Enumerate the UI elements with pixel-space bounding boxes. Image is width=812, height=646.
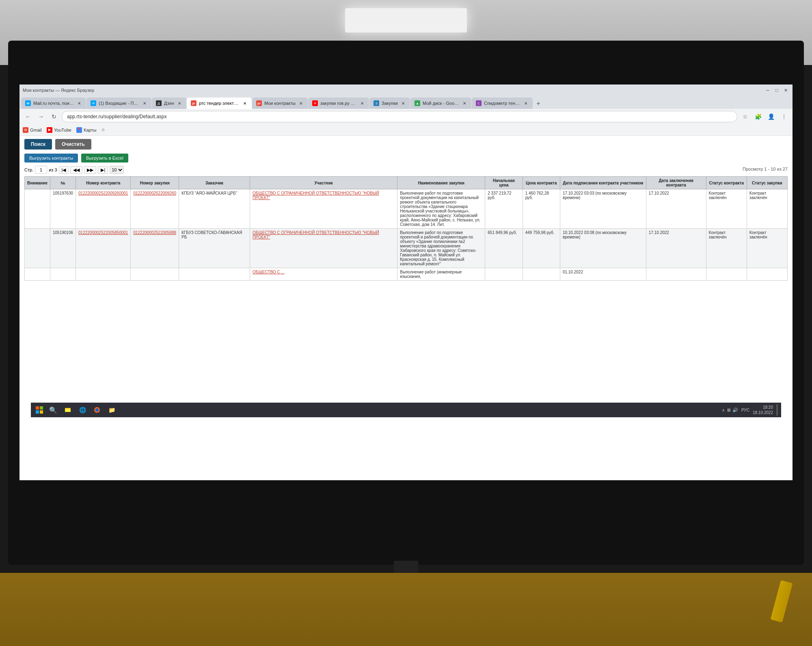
bookmark-maps[interactable]: 📍 Карты xyxy=(76,127,96,133)
taskbar-folder-button[interactable]: 📁 xyxy=(106,404,118,416)
cell-purchase-num-1[interactable]: 0122200002522009260 xyxy=(131,189,179,229)
cell-purchase-name-1: Выполнение работ по подготовке проектной… xyxy=(397,189,485,229)
tab-close-inbox[interactable]: ✕ xyxy=(142,100,147,106)
tab-goszakupki[interactable]: Я закупки гов.ру офиц... ✕ xyxy=(308,98,369,109)
start-button[interactable] xyxy=(34,405,45,415)
tab-favicon-zakupki: З xyxy=(374,100,379,106)
taskbar-files-button[interactable] xyxy=(62,404,74,416)
cell-participant-2[interactable]: ОБЩЕСТВО С ОГРАНИЧЕННОЙ ОТВЕТСТВЕННОСТЬЮ… xyxy=(250,229,397,268)
menu-button[interactable]: ⋮ xyxy=(779,111,789,122)
export-excel-button[interactable]: Выгрузить в Excel xyxy=(81,154,128,163)
tray-arrow[interactable]: ∧ xyxy=(722,408,725,412)
tab-close-speed[interactable]: ✕ xyxy=(523,100,529,106)
page-number-input[interactable] xyxy=(35,166,47,174)
tab-zakupki[interactable]: З Закупки ✕ xyxy=(369,98,410,109)
cell-contract-num-2[interactable]: 0122200002522005850001 xyxy=(76,229,131,268)
tab-speedometer[interactable]: С Спидометр тендерм... ✕ xyxy=(472,98,533,109)
close-button[interactable]: ✕ xyxy=(782,87,789,94)
new-tab-button[interactable]: + xyxy=(533,98,544,109)
cell-participant-1[interactable]: ОБЩЕСТВО С ОГРАНИЧЕННОЙ ОТВЕТСТВЕННОСТЬЮ… xyxy=(250,189,397,229)
tab-favicon-inbox: ✉ xyxy=(91,100,96,106)
tab-close-dzen[interactable]: ✕ xyxy=(177,100,182,106)
per-page-select[interactable]: 10 25 50 xyxy=(110,166,124,174)
tab-label-rts: ртс тендер электрон... xyxy=(199,101,240,106)
taskbar-chrome-button[interactable]: 🌐 xyxy=(76,404,89,416)
cell-contract-status-2: Контракт заключён xyxy=(706,229,747,268)
tab-label-mail: Mail.ru почта, поиск ... xyxy=(33,101,74,106)
minimize-button[interactable]: ─ xyxy=(764,87,771,94)
cell-purchase-num-2[interactable]: 0122200002522005888 xyxy=(131,229,179,268)
tab-close-contracts[interactable]: ✕ xyxy=(298,100,304,106)
cell-contract-status-3 xyxy=(706,268,747,281)
tab-close-zakupki[interactable]: ✕ xyxy=(400,100,406,106)
purchase-num-link-2[interactable]: 0122200002522005888 xyxy=(133,230,176,235)
search-actions: Поиск Очистить xyxy=(24,139,788,150)
search-button[interactable]: Поиск xyxy=(24,139,52,150)
export-contracts-button[interactable]: Выгрузить контракты xyxy=(24,154,78,163)
back-button[interactable]: ← xyxy=(23,111,33,122)
participant-link-1[interactable]: ОБЩЕСТВО С ОГРАНИЧЕННОЙ ОТВЕТСТВЕННОСТЬЮ… xyxy=(253,191,379,200)
taskbar-firefox-button[interactable] xyxy=(91,404,103,416)
show-desktop-button[interactable] xyxy=(776,404,778,416)
cell-purchase-status-3 xyxy=(747,268,787,281)
tab-close-drive[interactable]: ✕ xyxy=(462,100,467,106)
bookmark-gmail[interactable]: G Gmail xyxy=(23,127,42,133)
clear-button[interactable]: Очистить xyxy=(55,139,91,150)
taskbar-right: ∧ 🖥 🔊 РУС 18:20 18.10.2022 xyxy=(722,404,778,416)
cell-participant-3[interactable]: ОБЩЕСТВО С ... xyxy=(250,268,397,281)
bookmark-label-maps: Карты xyxy=(84,128,96,132)
bookmark-youtube[interactable]: ▶ YouTube xyxy=(47,127,71,133)
reload-button[interactable]: ↻ xyxy=(49,111,59,122)
clock-date: 18.10.2022 xyxy=(753,410,773,415)
next-page-button[interactable]: ▶▶ xyxy=(84,166,96,174)
browser-title-text: Мои контракты — Яндекс Браузер xyxy=(23,88,94,93)
svg-rect-3 xyxy=(40,410,43,414)
first-page-button[interactable]: |◀ xyxy=(59,166,69,174)
cell-contract-price-3 xyxy=(523,268,560,281)
last-page-button[interactable]: ▶| xyxy=(98,166,108,174)
tab-my-contracts[interactable]: рт Мои контракты ✕ xyxy=(252,98,308,109)
tray-volume[interactable]: 🔊 xyxy=(732,408,738,413)
cell-purchase-num-3 xyxy=(131,268,179,281)
bookmark-star[interactable]: ☆ xyxy=(101,127,105,132)
taskbar-clock[interactable]: 18:20 18.10.2022 xyxy=(753,405,773,415)
cell-sign-date-2: 10.10.2022 03:08 (по московскому времени… xyxy=(560,229,646,268)
tab-favicon-drive: ▲ xyxy=(415,100,420,106)
col-header-conclusion-date: Дата заключения контракта xyxy=(646,177,706,189)
col-header-contract-num: Номер контракта xyxy=(76,177,131,189)
taskbar-search-button[interactable]: 🔍 xyxy=(47,404,59,416)
tab-inbox[interactable]: ✉ (1) Входящие - Почте ... ✕ xyxy=(86,98,151,109)
contract-num-link-1[interactable]: 0122200002522009260001 xyxy=(78,191,128,195)
svg-point-7 xyxy=(95,408,99,412)
tab-mail-ru[interactable]: М Mail.ru почта, поиск ... ✕ xyxy=(21,98,86,109)
account-button[interactable]: 👤 xyxy=(766,111,776,122)
cable-cord xyxy=(771,580,793,622)
cell-customer-3 xyxy=(179,268,250,281)
tab-close-gos[interactable]: ✕ xyxy=(359,100,365,106)
extensions-button[interactable]: 🧩 xyxy=(753,111,763,122)
page-content: Поиск Очистить Выгрузить контракты Выгру… xyxy=(19,136,793,479)
cell-num-3 xyxy=(50,268,76,281)
prev-page-button[interactable]: ◀◀ xyxy=(70,166,82,174)
col-header-num: № xyxy=(50,177,76,189)
maximize-button[interactable]: □ xyxy=(773,87,780,94)
cell-initial-price-1: 2 337 219,72 руб. xyxy=(485,189,523,229)
tab-dzen[interactable]: Д Дзен ✕ xyxy=(152,98,186,109)
address-input[interactable] xyxy=(62,111,737,122)
participant-link-2[interactable]: ОБЩЕСТВО С ОГРАНИЧЕННОЙ ОТВЕТСТВЕННОСТЬЮ… xyxy=(253,230,379,239)
tab-close-rts[interactable]: ✕ xyxy=(242,100,248,106)
page-label: Стр. xyxy=(24,167,33,172)
table-row: 105190106 0122200002522005850001 0122200… xyxy=(25,229,788,268)
cell-purchase-status-2: Контракт заключён xyxy=(747,229,787,268)
tab-close-mail[interactable]: ✕ xyxy=(76,100,82,106)
bookmark-star-button[interactable]: ☆ xyxy=(740,111,750,122)
contract-num-link-2[interactable]: 0122200002522005850001 xyxy=(78,230,128,235)
purchase-num-link-1[interactable]: 0122200002522009260 xyxy=(133,191,176,195)
bookmark-icon-star: ☆ xyxy=(101,127,105,132)
svg-rect-2 xyxy=(36,410,39,414)
participant-link-3[interactable]: ОБЩЕСТВО С ... xyxy=(253,270,285,274)
cell-contract-num-1[interactable]: 0122200002522009260001 xyxy=(76,189,131,229)
tab-google-drive[interactable]: ▲ Мой диск - Google д... ✕ xyxy=(410,98,471,109)
tab-rts-tender[interactable]: рт ртс тендер электрон... ✕ xyxy=(187,98,252,109)
forward-button[interactable]: → xyxy=(36,111,46,122)
